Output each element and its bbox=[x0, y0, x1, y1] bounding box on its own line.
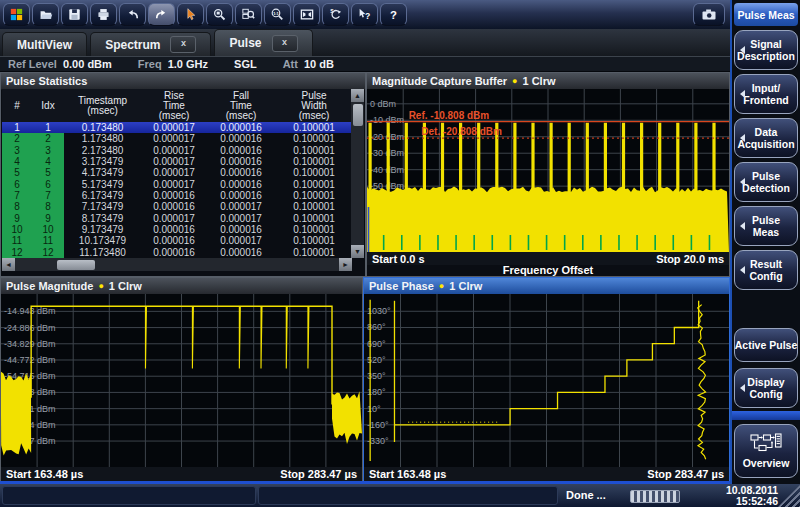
single-sweep-button[interactable]: S bbox=[322, 3, 349, 26]
svg-text:?: ? bbox=[365, 11, 370, 21]
table-cell: 3 bbox=[2, 145, 32, 156]
softkey-lower-buttons: Active PulseDisplayConfig bbox=[734, 328, 798, 414]
windows-logo-icon bbox=[10, 8, 23, 21]
sweep-range-bar: Start 163.48 µs Stop 283.47 µs bbox=[364, 467, 729, 481]
table-cell: 0.000016 bbox=[207, 190, 275, 201]
table-cell: 0.100001 bbox=[275, 122, 353, 133]
table-cell: 0.100001 bbox=[275, 156, 353, 167]
undo-button[interactable] bbox=[119, 3, 146, 26]
windows-logo-button[interactable] bbox=[3, 3, 30, 26]
overview-button[interactable]: Overview bbox=[734, 424, 798, 478]
help-pointer-button[interactable]: ? bbox=[351, 3, 378, 26]
table-cell: 0.000016 bbox=[141, 190, 207, 201]
tab-spectrum[interactable]: Spectrumx bbox=[90, 32, 211, 56]
table-cell: 8 bbox=[32, 201, 64, 212]
softkey-pulse-detection[interactable]: PulseDetection bbox=[734, 162, 798, 202]
redo-button[interactable] bbox=[148, 3, 175, 26]
table-row[interactable]: 998.1734790.0000170.0000170.100001 bbox=[2, 213, 353, 224]
softkey-input-frontend[interactable]: Input/Frontend bbox=[734, 74, 798, 114]
softkey-signal-description[interactable]: SignalDescription bbox=[734, 30, 798, 70]
table-cell: 0.000016 bbox=[141, 247, 207, 258]
table-cell: 8.173479 bbox=[64, 213, 141, 224]
scroll-down-button[interactable]: ▼ bbox=[351, 245, 364, 258]
softkey-pulse-meas[interactable]: PulseMeas bbox=[734, 206, 798, 246]
table-row[interactable]: 443.1734790.0000170.0000160.100001 bbox=[2, 156, 353, 167]
help-button[interactable]: ? bbox=[380, 3, 407, 26]
fit-screen-button[interactable] bbox=[293, 3, 320, 26]
pulse-statistics-panel: Pulse Statistics #IdxTimestamp(msec)Rise… bbox=[0, 72, 366, 277]
hscroll-thumb[interactable] bbox=[57, 260, 95, 270]
table-cell: 2 bbox=[2, 133, 32, 144]
pulse-phase-header[interactable]: Pulse Phase ● 1 Clrw bbox=[364, 278, 729, 295]
scroll-left-button[interactable]: ◄ bbox=[2, 258, 15, 271]
zoom-area-button[interactable] bbox=[206, 3, 233, 26]
pulse-phase-chart[interactable]: 1030°860°690°520°350°180°10°-160°-330° bbox=[364, 294, 729, 467]
refbar-label: Ref Level bbox=[8, 58, 57, 70]
table-cell: 6 bbox=[32, 179, 64, 190]
table-cell: 0.000017 bbox=[141, 133, 207, 144]
refbar-value: 10 dB bbox=[304, 58, 334, 70]
open-file-button[interactable] bbox=[32, 3, 59, 26]
vertical-scrollbar[interactable]: ▲ ▼ bbox=[351, 89, 364, 258]
resize-grip[interactable] bbox=[778, 485, 800, 507]
table-cell: 0.000016 bbox=[207, 224, 275, 235]
softkey-display-config[interactable]: DisplayConfig bbox=[734, 368, 798, 408]
table-cell: 0.000016 bbox=[207, 179, 275, 190]
column-header: Idx bbox=[32, 89, 64, 122]
softkey-data-acquisition[interactable]: DataAcquisition bbox=[734, 118, 798, 158]
table-row[interactable]: 121211.1734800.0000160.0000160.100001 bbox=[2, 247, 353, 258]
table-cell: 12 bbox=[32, 247, 64, 258]
table-row[interactable]: 665.1734790.0000170.0000160.100001 bbox=[2, 179, 353, 190]
table-cell: 0.000016 bbox=[207, 247, 275, 258]
vscroll-thumb[interactable] bbox=[353, 104, 363, 126]
tab-close-button[interactable]: x bbox=[272, 35, 298, 52]
table-row[interactable]: 332.1734800.0000170.0000160.100001 bbox=[2, 145, 353, 156]
tab-pulse[interactable]: Pulsex bbox=[214, 29, 312, 56]
table-cell: 0.000016 bbox=[207, 156, 275, 167]
submenu-arrow-icon bbox=[740, 90, 745, 98]
save-button[interactable] bbox=[61, 3, 88, 26]
tab-close-button[interactable]: x bbox=[170, 36, 196, 53]
table-row[interactable]: 554.1734790.0000170.0000160.100001 bbox=[2, 167, 353, 178]
zoom-1to1-button[interactable]: 1:1 bbox=[264, 3, 291, 26]
start-label: Start 163.48 µs bbox=[369, 468, 446, 480]
table-row[interactable]: 10109.1734790.0000160.0000160.100001 bbox=[2, 224, 353, 235]
table-row[interactable]: 221.1734800.0000170.0000160.100001 bbox=[2, 133, 353, 144]
refbar-label: Att bbox=[283, 58, 298, 70]
softkey-result-config[interactable]: ResultConfig bbox=[734, 250, 798, 290]
print-button[interactable] bbox=[90, 3, 117, 26]
select-pointer-button[interactable] bbox=[177, 3, 204, 26]
table-cell: 10.173479 bbox=[64, 235, 141, 246]
horizontal-scrollbar[interactable]: ◄ ► bbox=[2, 258, 352, 271]
table-cell: 9 bbox=[2, 213, 32, 224]
pulse-magnitude-chart[interactable]: -14.943 dBm-24.886 dBm-34.829 dBm-44.772… bbox=[1, 294, 362, 467]
magnitude-capture-chart[interactable]: 0 dBm-10 dBm-20 dBm-30 dBm-40 dBm-50 dBm… bbox=[367, 89, 729, 252]
redo-icon bbox=[155, 8, 168, 21]
table-row[interactable]: 887.1734790.0000160.0000170.100001 bbox=[2, 201, 353, 212]
pulse-statistics-header[interactable]: Pulse Statistics bbox=[1, 73, 365, 90]
sweep-range-bar: Start 163.48 µs Stop 283.47 µs bbox=[1, 467, 362, 481]
pulse-magnitude-header[interactable]: Pulse Magnitude ● 1 Clrw bbox=[1, 278, 362, 295]
table-cell: 0.000017 bbox=[141, 213, 207, 224]
screenshot-button[interactable] bbox=[693, 3, 725, 26]
magnitude-capture-header[interactable]: Magnitude Capture Buffer ● 1 Clrw bbox=[367, 73, 729, 90]
table-cell: 5 bbox=[2, 167, 32, 178]
overview-label: Overview bbox=[743, 457, 790, 469]
table-cell: 0.100001 bbox=[275, 133, 353, 144]
stop-label: Stop 283.47 µs bbox=[280, 468, 357, 480]
table-cell: 3.173479 bbox=[64, 156, 141, 167]
tab-multiview[interactable]: MultiView bbox=[2, 32, 87, 56]
softkey-sidebar: Pulse Meas SignalDescriptionInput/Fronte… bbox=[730, 0, 800, 484]
scroll-up-button[interactable]: ▲ bbox=[351, 89, 364, 102]
scroll-right-button[interactable]: ► bbox=[339, 258, 352, 271]
table-cell: 8 bbox=[2, 201, 32, 212]
zoom-windows-button[interactable] bbox=[235, 3, 262, 26]
table-body: 110.1734800.0000170.0000160.100001221.17… bbox=[2, 122, 353, 258]
submenu-arrow-icon bbox=[740, 222, 745, 230]
table-row[interactable]: 111110.1734790.0000160.0000170.100001 bbox=[2, 235, 353, 246]
zoom-1to1-icon: 1:1 bbox=[271, 8, 284, 21]
softkey-activepulse[interactable]: Active Pulse bbox=[734, 328, 798, 362]
table-cell: 11 bbox=[2, 235, 32, 246]
table-row[interactable]: 110.1734800.0000170.0000160.100001 bbox=[2, 122, 353, 133]
table-row[interactable]: 776.1734790.0000160.0000160.100001 bbox=[2, 190, 353, 201]
